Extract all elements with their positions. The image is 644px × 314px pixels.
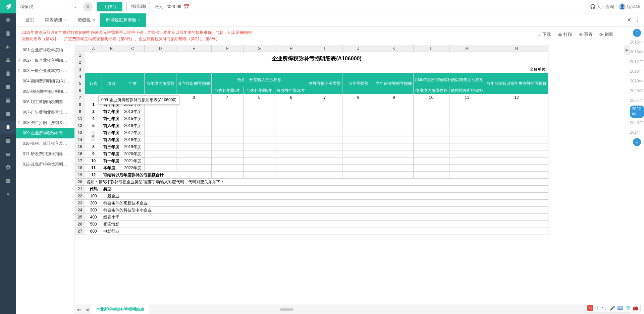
ime-punct-icon[interactable]: •，	[602, 305, 608, 311]
ime-skin-icon[interactable]: 👕	[626, 306, 631, 311]
reset-button[interactable]: ⟲重置	[579, 32, 593, 38]
year-2024年[interactable]: 2024年	[630, 128, 644, 137]
nav-calendar[interactable]	[0, 107, 16, 121]
report-icon	[5, 84, 11, 90]
ime-toolbar[interactable]: S 中 •， 🎤 ⌨ 👕 🧰	[585, 304, 641, 312]
nav-chart[interactable]	[0, 40, 16, 54]
form-item-3[interactable]: 004-期间费用明细表(A1040...	[16, 76, 74, 86]
calendar-icon	[5, 111, 11, 117]
refresh-button[interactable]: ⟳刷新	[599, 32, 613, 38]
form-item-2[interactable]: ⊘003-一般企业成本支出明细...	[16, 66, 74, 76]
v-icon	[5, 191, 11, 197]
top-header: 增值税 ⌄ ≡ 工作台 切到旧版 账期 2023-09 📅 🎧 人工咨询 👤 徐…	[16, 0, 644, 13]
nav-tax[interactable]	[0, 121, 16, 134]
form-item-7[interactable]: ⊘008-资产折旧、摊销及纳税...	[16, 118, 74, 128]
nav-clipboard[interactable]	[0, 67, 16, 80]
headset-icon: 🎧	[590, 4, 595, 9]
home-icon	[5, 17, 11, 23]
help-link[interactable]: 🎧 人工咨询	[590, 4, 614, 10]
nav-settings[interactable]	[0, 161, 16, 174]
sheet-nav-prev[interactable]: ◀	[83, 307, 91, 312]
doc-icon	[5, 30, 11, 37]
app-logo[interactable]	[0, 0, 16, 13]
form-list: 001-企业所得税年度纳税申...⊘002-一般企业收入明细表(A...⊘003…	[16, 45, 75, 314]
collapse-sidebar-handle[interactable]: ◀	[91, 131, 95, 141]
warn-icon: ⊘	[17, 68, 20, 72]
form-tooltip: 009-企业所得税弥补亏损明细表(A106000)	[98, 96, 179, 105]
year-2021年[interactable]: 2021年	[630, 96, 644, 106]
tab-1[interactable]: 税表清册×	[40, 13, 72, 27]
ime-toolbox-icon[interactable]: 🧰	[633, 306, 638, 311]
h-scrollbar-thumb[interactable]	[280, 308, 293, 311]
tab-3[interactable]: 所得税汇算清缴×	[100, 13, 146, 27]
year-2022年[interactable]: 2022年	[630, 106, 644, 118]
warn-icon: ⊘	[17, 58, 20, 62]
year-scroll-up[interactable]: ⌃	[633, 29, 641, 37]
tab-2[interactable]: 增值税×	[72, 13, 100, 27]
content-toolbar: ⤓下载 🖶打印 ⟲重置 ⟳刷新	[258, 27, 630, 38]
workbench-button[interactable]: 工作台	[97, 2, 122, 11]
bag-icon	[5, 57, 11, 63]
form-item-9[interactable]: 010-免税、减计收入及加计...	[16, 138, 74, 149]
dropdown-label: 增值税	[20, 4, 33, 10]
form-item-10[interactable]: 011-研发费用加计扣除优惠...	[16, 149, 74, 159]
tabs-row: 首页税表清册×增值税×所得税汇算清缴× ✕ ⋮	[16, 13, 644, 27]
left-sidebar	[0, 0, 16, 314]
form-item-1[interactable]: ⊘002-一般企业收入明细表(A...	[16, 55, 74, 66]
ime-logo-icon: S	[587, 305, 593, 311]
download-button[interactable]: ⤓下载	[537, 32, 551, 38]
gear-icon	[5, 165, 11, 171]
form-item-11[interactable]: 012-减免所得税优惠明细表(...	[16, 159, 74, 170]
print-button[interactable]: 🖶打印	[558, 32, 572, 38]
nav-video[interactable]	[0, 174, 16, 188]
form-item-5[interactable]: 006-职工薪酬纳税调整明细...	[16, 97, 74, 107]
year-2016年[interactable]: 2016年	[630, 47, 644, 57]
ime-mic-icon[interactable]: 🎤	[610, 306, 615, 311]
tab-close-icon[interactable]: ×	[93, 18, 95, 22]
year-2018年[interactable]: 2018年	[630, 67, 644, 76]
reset-icon: ⟲	[579, 32, 583, 37]
spreadsheet: ▶ ABCDEFGHIJKLMN1企业所得税弥补亏损明细表(A106000)23…	[75, 45, 630, 314]
ime-keyboard-icon[interactable]: ⌨	[617, 306, 624, 311]
nav-template[interactable]	[0, 94, 16, 107]
list-icon: ≡	[86, 4, 89, 10]
year-scroll-down[interactable]: ⌄	[633, 138, 641, 146]
nav-vip[interactable]	[0, 188, 16, 201]
tab-0[interactable]: 首页	[20, 13, 40, 27]
period-value[interactable]: 2023-09	[165, 4, 181, 9]
nav-doc[interactable]	[0, 27, 16, 40]
close-all-icon[interactable]: ✕	[627, 17, 631, 23]
year-panel: ⌃ 2015年2016年2017年2018年2019年2020年2021年202…	[630, 27, 644, 314]
form-item-6[interactable]: 007-广告费和业务宣传费跨...	[16, 107, 74, 118]
switch-old-button[interactable]: 切到旧版	[126, 2, 150, 11]
year-2017年[interactable]: 2017年	[630, 57, 644, 67]
calendar-picker-icon[interactable]: 📅	[183, 4, 189, 9]
tab-close-icon[interactable]: ×	[64, 18, 67, 22]
sheet-tab[interactable]: 企业所得税弥补亏损明细表	[91, 305, 149, 314]
module-dropdown[interactable]: 增值税 ⌄	[20, 4, 80, 10]
avatar-icon: 👤	[619, 3, 626, 10]
export-icon	[5, 138, 11, 144]
sheet-footer: ⏮ ◀ 企业所得税弥补亏损明细表 ▶	[75, 305, 630, 314]
nav-export[interactable]	[0, 134, 16, 147]
form-item-4[interactable]: 005-纳税调整项目明细表(A1...	[16, 86, 74, 97]
year-2019年[interactable]: 2019年	[630, 76, 644, 86]
user-menu[interactable]: 👤 徐泽华	[619, 3, 640, 10]
year-2023年[interactable]: 2023年	[630, 118, 644, 128]
nav-money[interactable]	[0, 54, 16, 67]
chevron-down-icon: ⌄	[73, 4, 77, 9]
year-2015年[interactable]: 2015年	[630, 38, 644, 47]
form-item-0[interactable]: 001-企业所得税年度纳税申...	[16, 45, 74, 55]
circle-button[interactable]: ≡	[83, 2, 93, 11]
more-tabs-icon[interactable]: ⋮	[635, 17, 640, 23]
form-item-8[interactable]: 009-企业所得税弥补亏损明...	[16, 128, 74, 138]
nav-home[interactable]	[0, 13, 16, 27]
download-icon: ⤓	[537, 32, 541, 37]
nav-mail[interactable]	[0, 147, 16, 161]
nav-report[interactable]	[0, 80, 16, 94]
refresh-icon: ⟳	[599, 32, 603, 37]
sheet-nav-first[interactable]: ⏮	[75, 307, 83, 312]
year-2020年[interactable]: 2020年	[630, 86, 644, 96]
tab-close-icon[interactable]: ×	[138, 18, 141, 22]
ime-lang[interactable]: 中	[595, 305, 600, 311]
